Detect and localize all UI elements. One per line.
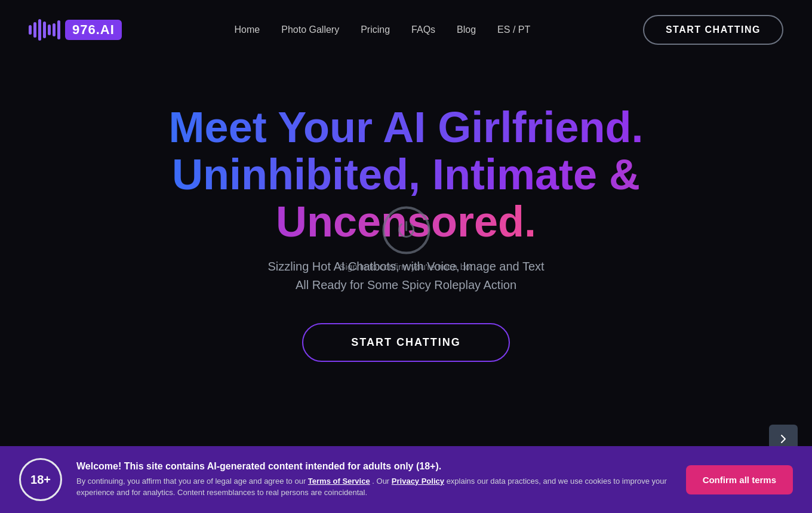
nav-item-pricing[interactable]: Pricing (361, 24, 390, 35)
cookie-title: Welcome! This site contains AI-generated… (76, 461, 672, 472)
nav-link-photo-gallery[interactable]: Photo Gallery (281, 24, 339, 35)
nav-item-faqs[interactable]: FAQs (411, 24, 435, 35)
bar1 (29, 25, 32, 35)
nav-start-chatting-button[interactable]: START CHATTING (643, 15, 783, 45)
cookie-body: By continuing, you affirm that you are o… (76, 475, 672, 499)
age-badge: 18+ (19, 458, 62, 501)
bar2 (33, 22, 36, 38)
hero-start-chatting-button[interactable]: START CHATTING (302, 323, 509, 362)
logo-text: 976.AI (72, 22, 115, 37)
nav-item-blog[interactable]: Blog (457, 24, 476, 35)
privacy-policy-link[interactable]: Privacy Policy (392, 477, 444, 486)
cookie-text-block: Welcome! This site contains AI-generated… (76, 461, 672, 499)
chevron-right-icon (777, 433, 789, 445)
confirm-terms-button[interactable]: Confirm all terms (686, 465, 793, 494)
bar5 (48, 24, 51, 35)
nav-link-lang[interactable]: ES / PT (497, 24, 530, 35)
captcha-overlay: Sign in to confirm you're not a bot (340, 207, 473, 272)
bar3 (38, 19, 41, 41)
captcha-text: Sign in to confirm you're not a bot (340, 262, 473, 272)
nav-link-home[interactable]: Home (235, 24, 260, 35)
nav-link-pricing[interactable]: Pricing (361, 24, 390, 35)
hero-subtext2: All Ready for Some Spicy Roleplay Action (296, 278, 516, 292)
bar4 (43, 21, 46, 38)
tos-link[interactable]: Terms of Service (308, 477, 370, 486)
cookie-separator: . Our (372, 477, 389, 486)
hero-section: Meet Your AI Girlfriend. Uninhibited, In… (0, 60, 812, 418)
logo-bars-icon (29, 19, 60, 41)
nav-item-photo-gallery[interactable]: Photo Gallery (281, 24, 339, 35)
nav-link-blog[interactable]: Blog (457, 24, 476, 35)
logo[interactable]: 976.AI (29, 19, 122, 41)
cookie-body-text1: By continuing, you affirm that you are o… (76, 477, 306, 486)
nav-item-lang[interactable]: ES / PT (497, 24, 530, 35)
nav-links: Home Photo Gallery Pricing FAQs Blog ES … (235, 24, 531, 35)
bar6 (53, 23, 56, 36)
logo-text-box: 976.AI (65, 20, 122, 40)
hero-heading-line1: Meet Your AI Girlfriend. (169, 103, 644, 151)
navbar: 976.AI Home Photo Gallery Pricing FAQs B… (0, 0, 812, 60)
bar7 (57, 20, 60, 39)
power-icon (394, 219, 418, 242)
captcha-icon (382, 207, 430, 254)
nav-item-home[interactable]: Home (235, 24, 260, 35)
nav-link-faqs[interactable]: FAQs (411, 24, 435, 35)
cookie-banner: 18+ Welcome! This site contains AI-gener… (0, 446, 812, 513)
